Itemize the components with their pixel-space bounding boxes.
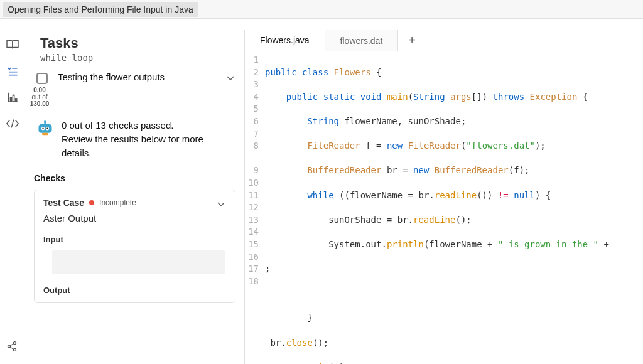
task-row[interactable]: 0.00 out of 130.00 Testing the flower ou… (34, 72, 235, 107)
svg-rect-14 (39, 124, 52, 133)
input-label: Input (43, 235, 226, 244)
tab-flowers-dat[interactable]: flowers.dat (325, 30, 399, 51)
book-icon[interactable] (6, 38, 19, 51)
add-tab-button[interactable]: + (398, 30, 426, 51)
tasks-panel: Tasks while loop 0.00 out of 130.00 Test… (25, 30, 245, 364)
output-label: Output (43, 286, 226, 295)
share-icon[interactable] (6, 341, 18, 354)
svg-rect-19 (44, 121, 46, 124)
svg-point-9 (8, 345, 10, 348)
svg-point-17 (42, 128, 43, 129)
svg-point-11 (13, 348, 16, 351)
code-area[interactable]: 123456789101112131415161718 public class… (245, 51, 643, 364)
svg-line-12 (10, 344, 13, 346)
bot-message: 0 out of 13 checks passed. Review the re… (62, 119, 206, 159)
chevron-down-icon[interactable] (225, 73, 235, 85)
task-score: 0.00 out of 130.00 (29, 87, 50, 107)
svg-point-18 (46, 128, 48, 129)
left-icon-rail (0, 30, 25, 364)
test-case-card: Test Case Incomplete Aster Output Input … (34, 190, 235, 303)
sub-bar (0, 19, 643, 30)
checks-heading: Checks (34, 173, 235, 183)
assignment-title: Opening Files and Performing File Input … (3, 2, 198, 17)
code-editor: Flowers.java flowers.dat + 1234567891011… (245, 30, 643, 364)
code-content[interactable]: public class Flowers { public static voi… (262, 51, 609, 364)
svg-rect-20 (42, 133, 49, 136)
svg-line-8 (11, 120, 14, 128)
input-box (52, 250, 225, 274)
svg-line-13 (10, 347, 13, 350)
svg-point-10 (13, 342, 16, 345)
svg-rect-5 (10, 97, 11, 102)
test-case-header[interactable]: Test Case Incomplete (43, 198, 226, 208)
svg-rect-6 (13, 95, 14, 102)
top-bar: Opening Files and Performing File Input … (0, 0, 643, 19)
svg-rect-7 (16, 99, 17, 102)
test-status: Incomplete (99, 198, 136, 207)
task-title: Testing the flower outputs (58, 72, 235, 82)
code-icon[interactable] (6, 117, 19, 131)
test-case-name: Aster Output (43, 213, 226, 223)
line-gutter: 123456789101112131415161718 (245, 51, 262, 364)
task-block: 0.00 out of 130.00 Testing the flower ou… (25, 72, 244, 303)
status-dot-icon (89, 200, 94, 205)
test-case-label: Test Case (43, 198, 84, 208)
task-checkbox[interactable] (36, 73, 48, 84)
previous-task-snippet: while loop (25, 53, 244, 68)
main-layout: Tasks while loop 0.00 out of 130.00 Test… (0, 30, 643, 364)
editor-tabs: Flowers.java flowers.dat + (245, 30, 643, 51)
bot-avatar-icon (36, 119, 54, 136)
bot-feedback-row: 0 out of 13 checks passed. Review the re… (34, 119, 235, 159)
bar-chart-icon[interactable] (6, 90, 19, 104)
chevron-down-icon[interactable] (216, 199, 226, 211)
tab-flowers-java[interactable]: Flowers.java (245, 30, 325, 51)
checklist-icon[interactable] (6, 64, 19, 78)
